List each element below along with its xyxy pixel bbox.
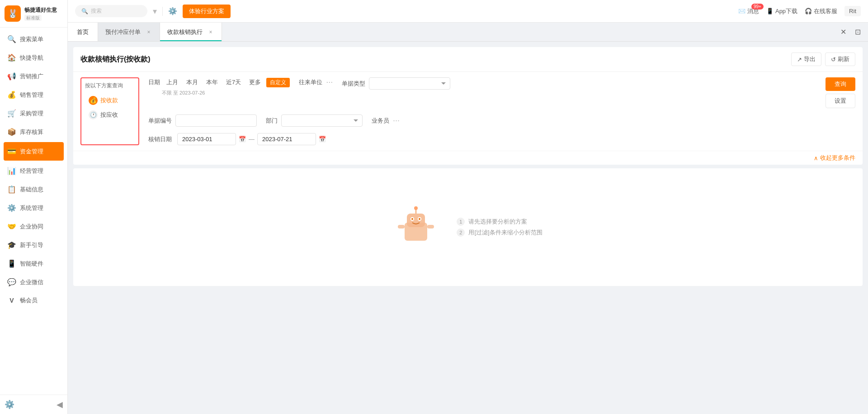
- app-logo-text: 畅捷通好生意 标准版: [24, 6, 57, 21]
- sidebar-item-label: 经营管理: [20, 167, 43, 175]
- topbar-gear-icon[interactable]: ⚙️: [168, 7, 177, 15]
- empty-step-2: 2 用[过滤]条件来缩小分析范围: [457, 228, 542, 237]
- sidebar-item-label: 系统管理: [20, 204, 43, 212]
- tab-close-all-button[interactable]: ✕: [837, 26, 849, 38]
- phone-icon: 📱: [7, 259, 16, 268]
- bill-type-label: 单据类型: [342, 80, 365, 88]
- date-separator: —: [249, 136, 255, 143]
- sidebar-item-basic[interactable]: 📋 基础信息: [0, 180, 67, 199]
- step-1-text: 请先选择要分析的方案: [468, 218, 527, 226]
- sidebar-item-marketing[interactable]: 📢 营销推广: [0, 67, 67, 86]
- verify-date-end[interactable]: [257, 133, 316, 145]
- tab-prepay-close[interactable]: ×: [145, 29, 152, 36]
- service-icon: 🎧: [805, 8, 812, 14]
- sidebar-item-hardware[interactable]: 📱 智能硬件: [0, 254, 67, 273]
- online-service-label: 在线客服: [814, 7, 837, 15]
- money-icon: 💰: [7, 90, 16, 99]
- bill-no-input[interactable]: [175, 114, 257, 127]
- user-menu[interactable]: Rit: [844, 6, 861, 16]
- filter-bill-type: 单据类型: [342, 77, 450, 90]
- cart-icon: 🛒: [7, 109, 16, 118]
- robot-svg: [393, 205, 439, 250]
- this-month-btn[interactable]: 本月: [184, 77, 201, 87]
- export-button[interactable]: ↗ 导出: [791, 52, 821, 66]
- filter-date-group: 日期 上月 本月 本年 近7天 更多 自定义: [148, 77, 290, 96]
- notifications-button[interactable]: ✉️ 消息 99+: [738, 7, 759, 15]
- sidebar-item-label: 采购管理: [20, 109, 43, 118]
- app-name: 畅捷通好生意: [24, 6, 57, 14]
- sidebar-item-finance[interactable]: 💳 资金管理: [4, 142, 64, 161]
- sidebar-item-system[interactable]: ⚙️ 系统管理: [0, 199, 67, 217]
- settings-bottom-icon[interactable]: ⚙️: [5, 400, 14, 409]
- sidebar-item-guide[interactable]: 🎓 新手引导: [0, 236, 67, 254]
- calendar-start-icon[interactable]: 📅: [239, 136, 246, 143]
- verify-date-start[interactable]: [177, 133, 236, 145]
- sidebar-item-operation[interactable]: 📊 经营管理: [0, 162, 67, 180]
- filter-option-by-receivable[interactable]: 🕐 按应收: [85, 108, 135, 122]
- tab-home[interactable]: 首页: [68, 23, 98, 41]
- filter-date-row: 日期 上月 本月 本年 近7天 更多 自定义: [148, 77, 290, 87]
- filter-bill-no: 单据编号: [148, 114, 257, 127]
- sidebar-item-label: 快捷导航: [20, 54, 43, 62]
- sidebar-logo: 🐰 畅捷通好生意 标准版: [0, 0, 67, 28]
- this-year-btn[interactable]: 本年: [203, 77, 221, 87]
- collapse-more-conditions[interactable]: ∧ 收起更多条件: [73, 151, 863, 165]
- app-version: 标准版: [24, 15, 42, 21]
- refresh-button[interactable]: ↺ 刷新: [825, 52, 855, 66]
- tab-collect[interactable]: 收款核销执行 ×: [160, 23, 222, 41]
- sidebar-item-label: 基础信息: [20, 186, 43, 194]
- sidebar-item-label: 智能硬件: [20, 260, 43, 268]
- 7days-btn[interactable]: 近7天: [223, 77, 244, 87]
- export-label: 导出: [804, 55, 816, 63]
- query-button[interactable]: 查询: [826, 77, 855, 91]
- app-download-button[interactable]: 📱 App下载: [766, 7, 797, 15]
- gear-icon: ⚙️: [7, 204, 16, 212]
- mobile-icon: 📱: [766, 8, 774, 14]
- custom-btn[interactable]: 自定义: [266, 78, 290, 87]
- bill-type-select[interactable]: [369, 77, 450, 90]
- verify-date-label: 核销日期: [148, 135, 172, 143]
- sidebar-menu: 🔍 搜索菜单 🏠 快捷导航 📢 营销推广 💰 销售管理 🛒 采购管理 📦 库存核…: [0, 28, 67, 395]
- refresh-label: 刷新: [838, 55, 849, 63]
- sidebar-item-label: 企业微信: [20, 278, 43, 286]
- sidebar-item-sales[interactable]: 💰 销售管理: [0, 86, 67, 104]
- message-icon: ✉️: [738, 8, 745, 14]
- sidebar-item-enterprise[interactable]: 🤝 企业协同: [0, 217, 67, 236]
- collapse-sidebar-icon[interactable]: ◀: [57, 400, 63, 409]
- more-btn[interactable]: 更多: [246, 77, 264, 87]
- filter-option-by-receipt[interactable]: 💰 按收款: [85, 93, 135, 108]
- department-select[interactable]: [281, 114, 363, 127]
- search-icon: 🔍: [7, 35, 16, 43]
- topbar-right: ✉️ 消息 99+ 📱 App下载 🎧 在线客服 Rit: [738, 6, 861, 16]
- sidebar-item-search[interactable]: 🔍 搜索菜单: [0, 30, 67, 48]
- calendar-end-icon[interactable]: 📅: [319, 136, 326, 143]
- filter-row-3: 核销日期 📅 — 📅: [148, 133, 855, 145]
- filter-salesperson: 业务员 ···: [372, 116, 400, 125]
- sidebar-item-purchase[interactable]: 🛒 采购管理: [0, 104, 67, 123]
- tab-collect-close[interactable]: ×: [207, 29, 214, 36]
- box-icon: 📦: [7, 128, 16, 136]
- settings-button[interactable]: 设置: [826, 94, 855, 108]
- date-shortcuts: 上月 本月 本年 近7天 更多 自定义: [164, 77, 290, 87]
- tab-expand-button[interactable]: ⊡: [852, 26, 863, 38]
- sales-dots[interactable]: ···: [393, 116, 400, 125]
- empty-state: 1 请先选择要分析的方案 2 用[过滤]条件来缩小分析范围: [73, 168, 863, 286]
- counterpart-dots[interactable]: ···: [326, 77, 333, 87]
- sidebar-item-quick-nav[interactable]: 🏠 快捷导航: [0, 48, 67, 67]
- empty-steps: 1 请先选择要分析的方案 2 用[过滤]条件来缩小分析范围: [457, 218, 542, 237]
- sidebar-item-label: 企业协同: [20, 223, 43, 231]
- online-service-button[interactable]: 🎧 在线客服: [805, 7, 837, 15]
- solution-button[interactable]: 体验行业方案: [183, 5, 231, 18]
- sidebar-item-inventory[interactable]: 📦 库存核算: [0, 123, 67, 141]
- tab-prepay[interactable]: 预付冲应付单 ×: [98, 23, 160, 41]
- topbar-search[interactable]: 🔍 搜索: [75, 5, 147, 17]
- prev-month-btn[interactable]: 上月: [164, 77, 181, 87]
- page-header: 收款核销执行(按收款) ↗ 导出 ↺ 刷新: [73, 47, 863, 72]
- sidebar-item-member[interactable]: V 畅会员: [0, 291, 67, 309]
- home-icon: 🏠: [7, 53, 16, 62]
- step-2-text: 用[过滤]条件来缩小分析范围: [468, 228, 542, 237]
- date-sub-text: 不限 至 2023-07-26: [162, 90, 205, 95]
- sidebar-item-wechat[interactable]: 💬 企业微信: [0, 273, 67, 291]
- step-2-number: 2: [457, 228, 465, 237]
- topbar-dropdown-icon[interactable]: ▾: [153, 6, 157, 16]
